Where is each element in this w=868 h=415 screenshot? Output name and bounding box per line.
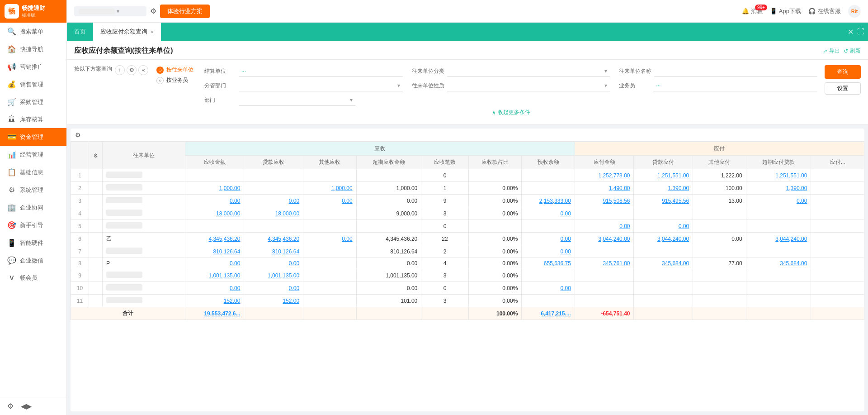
- cell-ap-overdue[interactable]: 345,684.00: [746, 258, 811, 269]
- sidebar-item-inventory[interactable]: 🏛 库存核算: [0, 111, 66, 128]
- cell-ar-loan[interactable]: 810,126.64: [244, 245, 303, 258]
- add-filter-btn[interactable]: +: [115, 65, 125, 75]
- settings-footer-icon[interactable]: ⚙: [7, 402, 14, 410]
- cell-ap-overdue[interactable]: 3,044,240.00: [746, 233, 811, 245]
- settings-filter-btn[interactable]: ⚙: [127, 65, 137, 75]
- filter-option-by-partner[interactable]: ⊙ 按往来单位: [153, 65, 197, 75]
- sidebar-item-guide[interactable]: 🎯 新手引导: [0, 216, 66, 234]
- cell-ar-other[interactable]: 1,000.00: [303, 182, 357, 195]
- app-download-button[interactable]: 📱 App下载: [770, 7, 801, 15]
- cell-ar-loan[interactable]: 0.00: [244, 282, 303, 295]
- sidebar-item-marketing[interactable]: 📢 营销推广: [0, 58, 66, 76]
- solution-button[interactable]: 体验行业方案: [160, 5, 210, 18]
- cell-ar-other[interactable]: 0.00: [303, 195, 357, 207]
- settings-icon[interactable]: ⚙: [150, 7, 156, 15]
- cell-ap-amount[interactable]: 1,490.00: [575, 182, 634, 195]
- cell-ar-overdue: 9,000.00: [356, 207, 421, 220]
- cell-ar-prepay[interactable]: 0.00: [522, 245, 575, 258]
- sidebar-item-quick[interactable]: 🏠 快捷导航: [0, 40, 66, 58]
- sidebar-item-basic[interactable]: 📋 基础信息: [0, 163, 66, 181]
- table-row: 11 152.00 152.00 101.00 3 0.00%: [71, 295, 864, 307]
- th-ar-other: 其他应收: [303, 156, 357, 169]
- field-partner-nature-input[interactable]: ▾: [447, 80, 610, 91]
- cell-ap-loan[interactable]: 3,044,240.00: [634, 233, 693, 245]
- cell-ar-amount[interactable]: 4,345,436.20: [185, 233, 244, 245]
- cell-ar-amount[interactable]: 18,000.00: [185, 207, 244, 220]
- settings-query-button[interactable]: 设置: [825, 82, 861, 95]
- cell-ar-amount[interactable]: 0.00: [185, 195, 244, 207]
- cell-ap-amount[interactable]: 1,252,773.00: [575, 169, 634, 182]
- cell-ar-prepay[interactable]: 0.00: [522, 233, 575, 245]
- cell-ap-loan[interactable]: 1,251,551.00: [634, 169, 693, 182]
- cell-ar-prepay[interactable]: 0.00: [522, 282, 575, 295]
- cell-ap-overdue[interactable]: 1,251,551.00: [746, 169, 811, 182]
- cell-ar-other[interactable]: 0.00: [303, 233, 357, 245]
- online-service-button[interactable]: 🎧 在线客服: [808, 7, 841, 15]
- sidebar-item-member[interactable]: V 畅会员: [0, 269, 66, 286]
- cell-rownum: 6: [71, 233, 89, 245]
- cell-ap-overdue[interactable]: 1,390.00: [746, 182, 811, 195]
- cell-ap-amount[interactable]: 0.00: [575, 220, 634, 233]
- collapse-label: 收起更多条件: [498, 109, 530, 116]
- cell-ar-amount[interactable]: 152.00: [185, 295, 244, 307]
- company-selector[interactable]: ▾: [74, 6, 146, 16]
- field-salesperson-input[interactable]: ···: [653, 80, 817, 91]
- sidebar-item-corp[interactable]: 🏢 企业协同: [0, 199, 66, 216]
- cell-ar-amount[interactable]: 1,001,135.00: [185, 269, 244, 282]
- footer-ar-prepay[interactable]: 6,417,215....: [522, 307, 575, 320]
- filter-option-by-staff[interactable]: ○ 按业务员: [153, 76, 197, 85]
- messages-button[interactable]: 🔔 消息 99+: [742, 7, 763, 15]
- sidebar-item-search[interactable]: 🔍 搜索菜单: [0, 23, 66, 40]
- tab-ar-ap[interactable]: 应收应付余额查询 ✕: [93, 23, 161, 41]
- sidebar-item-hardware[interactable]: 📱 智能硬件: [0, 234, 66, 252]
- cell-ap-amount[interactable]: 345,761.00: [575, 258, 634, 269]
- cell-ar-loan[interactable]: 1,001,135.00: [244, 269, 303, 282]
- cell-ar-loan[interactable]: 152.00: [244, 295, 303, 307]
- sidebar-item-wechat[interactable]: 💬 企业微信: [0, 252, 66, 269]
- field-dept-manage-input[interactable]: ▾: [239, 80, 403, 91]
- sidebar-item-business[interactable]: 📊 经营管理: [0, 146, 66, 163]
- cell-ar-loan[interactable]: 0.00: [244, 195, 303, 207]
- cell-ar-prepay[interactable]: 2,153,333.00: [522, 195, 575, 207]
- query-button[interactable]: 查询: [825, 65, 861, 79]
- cell-ap-loan[interactable]: 915,495.56: [634, 195, 693, 207]
- cell-ar-amount[interactable]: 1,000.00: [185, 182, 244, 195]
- cell-ar-amount[interactable]: 810,126.64: [185, 245, 244, 258]
- cell-ar-amount[interactable]: 0.00: [185, 282, 244, 295]
- tab-close-all-button[interactable]: ✕: [848, 28, 854, 36]
- cell-ar-loan[interactable]: 4,345,436.20: [244, 233, 303, 245]
- sidebar-item-sales[interactable]: 💰 销售管理: [0, 76, 66, 93]
- cell-ap-loan[interactable]: 0.00: [634, 220, 693, 233]
- cell-ap-loan[interactable]: 345,684.00: [634, 258, 693, 269]
- cell-ar-overdue: 810,126.64: [356, 245, 421, 258]
- sidebar-item-system[interactable]: ⚙ 系统管理: [0, 181, 66, 199]
- collapse-filter-btn[interactable]: «: [138, 65, 148, 75]
- field-partner-type-input[interactable]: ▾: [447, 65, 610, 77]
- tab-close-icon[interactable]: ✕: [150, 29, 154, 34]
- cell-ar-prepay[interactable]: 655,636.75: [522, 258, 575, 269]
- cell-ap-amount[interactable]: 915,508.56: [575, 195, 634, 207]
- cell-ap-amount[interactable]: 3,044,240.00: [575, 233, 634, 245]
- tab-expand-button[interactable]: ⛶: [857, 28, 864, 36]
- collapse-filter-button[interactable]: ∧ 收起更多条件: [492, 107, 530, 118]
- cell-ap-overdue[interactable]: 0.00: [746, 195, 811, 207]
- field-dept-input[interactable]: ▾: [239, 94, 355, 106]
- sidebar-item-finance[interactable]: 💳 资金管理: [0, 128, 66, 146]
- refresh-button[interactable]: ↺ 刷新: [844, 47, 861, 55]
- footer-ar-amount[interactable]: 19,553,472,6...: [185, 307, 244, 320]
- collapse-sidebar-icon[interactable]: ◀▶: [21, 402, 32, 410]
- cell-ar-amount[interactable]: 0.00: [185, 258, 244, 269]
- table-wrap[interactable]: ⚙ 往来单位 应收 应付 应收金额 贷款应收 其他应收 超期应收金额 应收笔数 …: [71, 142, 864, 411]
- field-settle-unit-input[interactable]: ···: [239, 65, 403, 77]
- export-button[interactable]: ↗ 导出: [823, 47, 840, 55]
- cell-ar-loan[interactable]: 18,000.00: [244, 207, 303, 220]
- field-partner-name-input[interactable]: [654, 65, 817, 77]
- cell-ap-loan[interactable]: 1,390.00: [634, 182, 693, 195]
- user-avatar[interactable]: Rit: [848, 5, 861, 18]
- th-settings-icon[interactable]: ⚙: [93, 153, 98, 159]
- sidebar-item-purchase[interactable]: 🛒 采购管理: [0, 93, 66, 111]
- cell-ar-loan[interactable]: 0.00: [244, 258, 303, 269]
- table-settings-icon[interactable]: ⚙: [75, 131, 81, 138]
- cell-ar-prepay[interactable]: 0.00: [522, 207, 575, 220]
- tab-home[interactable]: 首页: [67, 23, 93, 41]
